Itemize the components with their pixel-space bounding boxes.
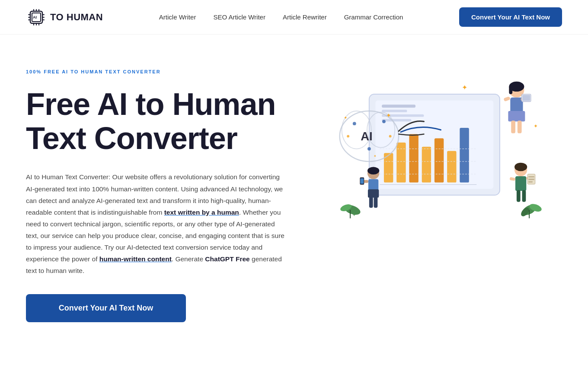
- svg-text:✦: ✦: [534, 123, 538, 129]
- nav-seo-article-writer[interactable]: SEO Article Writer: [213, 13, 265, 21]
- svg-rect-69: [368, 189, 379, 197]
- svg-rect-74: [374, 197, 378, 208]
- svg-point-38: [368, 147, 371, 151]
- svg-rect-73: [369, 197, 373, 208]
- hero-title: Free AI to Human Text Converter: [26, 87, 285, 155]
- svg-text:✦: ✦: [386, 112, 391, 119]
- hero-illustration: AI ✦ ✦ ✦: [313, 60, 551, 225]
- svg-rect-51: [511, 120, 515, 133]
- logo-text: TO HUMAN: [50, 12, 103, 23]
- svg-text:AI: AI: [33, 15, 37, 19]
- svg-rect-23: [460, 128, 469, 183]
- svg-rect-21: [435, 138, 444, 182]
- logo-icon: AI: [26, 7, 47, 28]
- hero-right: AI ✦ ✦ ✦: [303, 60, 562, 225]
- svg-text:✦: ✦: [374, 154, 377, 158]
- nav-article-rewriter[interactable]: Article Rewriter: [283, 13, 327, 21]
- svg-rect-28: [382, 105, 415, 108]
- nav-links: Article Writer SEO Article Writer Articl…: [159, 13, 403, 21]
- svg-point-37: [382, 120, 386, 123]
- hero-desc-part2: . Whether you need to convert technical …: [26, 209, 284, 263]
- svg-point-39: [347, 135, 349, 137]
- svg-rect-16: [375, 101, 493, 189]
- svg-rect-62: [528, 179, 534, 180]
- hero-desc-highlight1: text written by a human: [164, 209, 239, 216]
- svg-rect-58: [510, 177, 516, 181]
- svg-rect-54: [523, 95, 530, 101]
- hero-desc-highlight2: human-written content: [99, 255, 172, 263]
- svg-rect-18: [396, 143, 406, 183]
- svg-rect-22: [447, 151, 456, 182]
- svg-rect-57: [515, 176, 526, 191]
- svg-rect-52: [518, 120, 522, 133]
- hero-desc-highlight3: ChatGPT Free: [205, 255, 249, 263]
- svg-rect-46: [509, 86, 512, 94]
- svg-rect-20: [422, 147, 431, 183]
- svg-rect-48: [508, 111, 525, 121]
- svg-text:✦: ✦: [462, 84, 467, 91]
- svg-rect-29: [382, 110, 407, 112]
- nav-article-writer[interactable]: Article Writer: [159, 13, 196, 21]
- logo[interactable]: AI TO HUMAN: [26, 7, 103, 28]
- svg-point-56: [514, 163, 527, 171]
- hero-description: AI to Human Text Converter: Our website …: [26, 171, 285, 276]
- svg-rect-61: [528, 176, 534, 178]
- svg-rect-19: [409, 134, 418, 183]
- svg-point-67: [368, 167, 379, 175]
- hero-cta-button[interactable]: Convert Your AI Text Now: [26, 294, 186, 322]
- svg-rect-64: [517, 190, 521, 202]
- svg-rect-63: [528, 181, 533, 183]
- svg-point-36: [353, 122, 356, 125]
- navbar: AI TO HUMAN Article Writer SEO Article W…: [0, 0, 588, 35]
- hero-section: 100% FREE AI TO HUMAN TEXT CONVERTER Fre…: [0, 35, 588, 371]
- svg-rect-72: [360, 178, 364, 184]
- svg-rect-65: [522, 190, 526, 202]
- nav-grammar-correction[interactable]: Grammar Correction: [344, 13, 403, 21]
- hero-left: 100% FREE AI TO HUMAN TEXT CONVERTER Fre…: [26, 60, 285, 322]
- hero-badge: 100% FREE AI TO HUMAN TEXT CONVERTER: [26, 69, 285, 74]
- svg-text:✦: ✦: [344, 115, 347, 120]
- hero-desc-part3: . Generate: [172, 255, 205, 263]
- svg-text:AI: AI: [361, 130, 372, 143]
- svg-rect-31: [382, 119, 411, 121]
- navbar-cta-button[interactable]: Convert Your AI Text Now: [459, 7, 562, 27]
- svg-point-40: [389, 135, 392, 137]
- svg-rect-49: [503, 96, 510, 101]
